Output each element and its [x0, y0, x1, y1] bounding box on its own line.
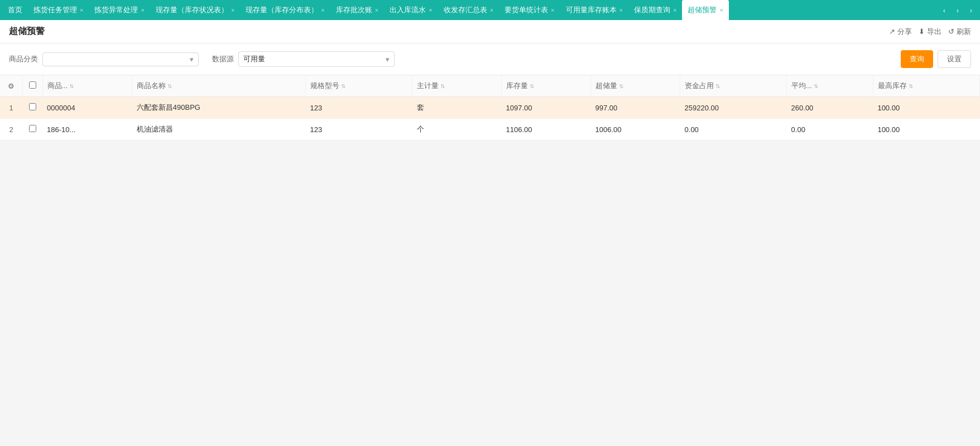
close-icon[interactable]: × — [551, 7, 554, 13]
nav-item-2[interactable]: 拣货异常处理× — [89, 0, 150, 20]
header-actions: ↗ 分享 ⬇ 导出 ↺ 刷新 — [889, 27, 971, 37]
sort-icon-stock: ⇅ — [530, 83, 534, 89]
nav-item-5[interactable]: 库存批次账× — [330, 0, 384, 20]
table-container: ⚙ 商品...⇅ 商品名称⇅ 规格型号⇅ 主计量⇅ 库存量⇅ — [0, 75, 980, 140]
stock: 1106.00 — [502, 119, 591, 140]
close-icon[interactable]: × — [429, 7, 432, 13]
nav-item-7[interactable]: 收发存汇总表× — [438, 0, 499, 20]
close-icon[interactable]: × — [141, 7, 144, 13]
share-icon: ↗ — [889, 27, 895, 36]
close-icon[interactable]: × — [490, 7, 493, 13]
product-category-label: 商品分类 — [9, 54, 38, 64]
row-checkbox[interactable] — [29, 103, 36, 110]
stock: 1097.00 — [502, 97, 591, 119]
row-checkbox[interactable] — [29, 125, 36, 132]
data-source-filter: 数据源 可用量 ▾ — [212, 51, 395, 67]
table-row: 1 0000004 六配套新昌490BPG 123 套 1097.00 997.… — [0, 97, 980, 119]
close-icon[interactable]: × — [80, 7, 83, 13]
row-checkbox-cell — [22, 119, 42, 140]
spec: 123 — [306, 119, 412, 140]
nav-item-10[interactable]: 保质期查询× — [628, 0, 682, 20]
sort-icon-capital: ⇅ — [715, 83, 720, 89]
product-name: 机油滤清器 — [132, 119, 306, 140]
close-icon[interactable]: × — [619, 7, 623, 13]
sort-icon-spec: ⇅ — [341, 83, 345, 89]
close-icon[interactable]: × — [375, 7, 378, 13]
nav-item-4[interactable]: 现存量（库存分布表）× — [240, 0, 330, 20]
nav-right-arrow[interactable]: › — [951, 0, 964, 20]
th-product-code[interactable]: 商品...⇅ — [42, 75, 132, 97]
close-icon[interactable]: × — [231, 7, 234, 13]
refresh-button[interactable]: ↺ 刷新 — [948, 27, 971, 37]
close-icon[interactable]: × — [321, 7, 324, 13]
table-header-row: ⚙ 商品...⇅ 商品名称⇅ 规格型号⇅ 主计量⇅ 库存量⇅ — [0, 75, 980, 97]
nav-item-3[interactable]: 现存量（库存状况表）× — [150, 0, 240, 20]
max-stock: 100.00 — [873, 97, 979, 119]
nav-bar: 首页拣货任务管理×拣货异常处理×现存量（库存状况表）×现存量（库存分布表）×库存… — [0, 0, 980, 20]
th-avg[interactable]: 平均...⇅ — [787, 75, 873, 97]
unit: 套 — [412, 97, 502, 119]
th-spec[interactable]: 规格型号⇅ — [306, 75, 412, 97]
filter-area: 商品分类 ▾ 数据源 可用量 ▾ 查询 设置 — [0, 43, 980, 75]
sort-icon-avg: ⇅ — [814, 83, 818, 89]
th-capital-used[interactable]: 资金占用⇅ — [680, 75, 787, 97]
capital-used: 259220.00 — [680, 97, 787, 119]
nav-item-9[interactable]: 可用量库存账本× — [560, 0, 628, 20]
nav-item-8[interactable]: 要货单统计表× — [499, 0, 560, 20]
data-source-value: 可用量 — [243, 54, 265, 64]
export-icon: ⬇ — [919, 27, 925, 36]
chevron-down-icon: ▾ — [190, 55, 194, 64]
th-product-name[interactable]: 商品名称⇅ — [132, 75, 306, 97]
page-header: 超储预警 ↗ 分享 ⬇ 导出 ↺ 刷新 — [0, 20, 980, 43]
nav-item-1[interactable]: 拣货任务管理× — [28, 0, 89, 20]
product-code: 0000004 — [42, 97, 132, 119]
row-num: 1 — [0, 97, 22, 119]
max-stock: 100.00 — [873, 119, 979, 140]
unit: 个 — [412, 119, 502, 140]
th-settings: ⚙ — [0, 75, 22, 97]
nav-item-11[interactable]: 超储预警× — [682, 0, 728, 20]
nav-left-arrow[interactable]: ‹ — [938, 0, 951, 20]
capital-used: 0.00 — [680, 119, 787, 140]
avg: 260.00 — [787, 97, 873, 119]
filter-buttons: 查询 设置 — [901, 50, 971, 68]
sort-icon-code: ⇅ — [69, 83, 74, 89]
table-row: 2 186-10... 机油滤清器 123 个 1106.00 1006.00 … — [0, 119, 980, 140]
close-icon[interactable]: × — [673, 7, 676, 13]
data-source-select[interactable]: 可用量 ▾ — [238, 51, 395, 67]
query-button[interactable]: 查询 — [901, 50, 933, 68]
over-stock: 997.00 — [591, 97, 680, 119]
nav-item-0[interactable]: 首页 — [2, 0, 28, 20]
product-category-select[interactable]: ▾ — [42, 52, 199, 66]
data-source-label: 数据源 — [212, 54, 234, 64]
spec: 123 — [306, 97, 412, 119]
settings-button[interactable]: 设置 — [938, 50, 971, 68]
nav-more-arrow[interactable]: › — [964, 0, 978, 20]
sort-icon-over: ⇅ — [619, 83, 623, 89]
over-stock: 1006.00 — [591, 119, 680, 140]
sort-icon-name: ⇅ — [167, 83, 172, 89]
th-unit[interactable]: 主计量⇅ — [412, 75, 502, 97]
sort-icon-unit: ⇅ — [440, 83, 445, 89]
product-name: 六配套新昌490BPG — [132, 97, 306, 119]
row-num: 2 — [0, 119, 22, 140]
refresh-icon: ↺ — [948, 27, 954, 36]
th-max-stock[interactable]: 最高库存⇅ — [873, 75, 979, 97]
select-all-checkbox[interactable] — [29, 81, 36, 89]
product-category-filter: 商品分类 ▾ — [9, 52, 199, 66]
data-table: ⚙ 商品...⇅ 商品名称⇅ 规格型号⇅ 主计量⇅ 库存量⇅ — [0, 75, 980, 140]
th-checkbox — [22, 75, 42, 97]
row-checkbox-cell — [22, 97, 42, 119]
product-code: 186-10... — [42, 119, 132, 140]
gear-icon[interactable]: ⚙ — [8, 82, 15, 90]
export-button[interactable]: ⬇ 导出 — [919, 27, 941, 37]
sort-icon-max: ⇅ — [909, 83, 913, 89]
avg: 0.00 — [787, 119, 873, 140]
close-icon[interactable]: × — [719, 7, 723, 13]
nav-item-6[interactable]: 出入库流水× — [384, 0, 438, 20]
th-stock[interactable]: 库存量⇅ — [502, 75, 591, 97]
page-title: 超储预警 — [9, 26, 45, 37]
th-over-stock[interactable]: 超储量⇅ — [591, 75, 680, 97]
chevron-down-icon2: ▾ — [386, 55, 390, 64]
share-button[interactable]: ↗ 分享 — [889, 27, 912, 37]
